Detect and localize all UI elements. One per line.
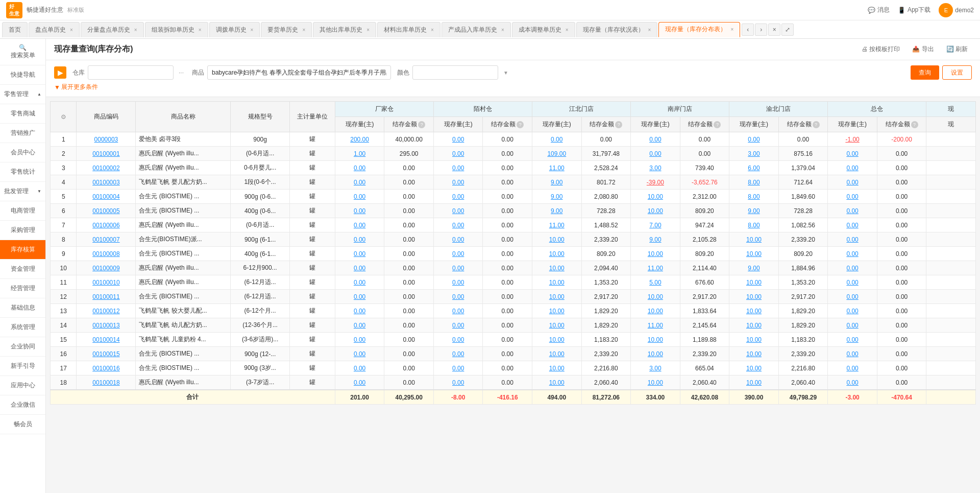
cell-yb-stock[interactable]: 10.00 xyxy=(729,333,779,347)
tab-9[interactable]: 成本调整单历史 × xyxy=(512,22,575,37)
sidebar-item-shortcuts[interactable]: 快捷导航 xyxy=(0,65,45,85)
cell-yb-stock[interactable]: 10.00 xyxy=(729,304,779,318)
cell-total-stock[interactable]: 0.00 xyxy=(828,361,877,375)
tab-next-btn[interactable]: › xyxy=(755,24,767,36)
cell-jb-stock[interactable]: 9.00 xyxy=(532,204,582,218)
cell-total-stock[interactable]: 0.00 xyxy=(828,275,877,290)
tab-1[interactable]: 盘点单历史 × xyxy=(29,22,80,37)
tab-9-close[interactable]: × xyxy=(566,27,569,33)
cell-cj-stock[interactable]: 1.00 xyxy=(335,147,384,161)
sidebar-item-search[interactable]: 🔍 搜索英单 xyxy=(0,39,45,65)
cell-jb-stock[interactable]: 10.00 xyxy=(532,304,582,318)
tab-3-close[interactable]: × xyxy=(199,27,202,33)
refresh-btn[interactable]: 🔄 刷新 xyxy=(942,43,972,56)
cell-code[interactable]: 00100007 xyxy=(77,232,136,247)
tab-6-close[interactable]: × xyxy=(366,27,370,33)
cell-na-stock[interactable]: 5.00 xyxy=(631,275,680,290)
cell-yb-stock[interactable]: 10.00 xyxy=(729,290,779,304)
sidebar-item-retail[interactable]: 零售管理 ▲ xyxy=(0,85,45,104)
settings-icon[interactable]: ⚙ xyxy=(59,112,68,122)
cell-yb-stock[interactable]: 10.00 xyxy=(729,275,779,290)
cell-mc-stock[interactable]: 0.00 xyxy=(433,290,483,304)
tab-maximize-btn[interactable]: ⤢ xyxy=(781,24,794,36)
cell-yb-stock[interactable]: 10.00 xyxy=(729,318,779,333)
cell-mc-stock[interactable]: 0.00 xyxy=(433,361,483,375)
cell-jb-stock[interactable]: 10.00 xyxy=(532,275,582,290)
cell-total-stock[interactable]: 0.00 xyxy=(828,347,877,361)
cell-total-stock[interactable]: 0.00 xyxy=(828,218,877,232)
cell-jb-stock[interactable]: 10.00 xyxy=(532,375,582,390)
warehouse-input[interactable] xyxy=(88,65,174,80)
cell-jb-stock[interactable]: 9.00 xyxy=(532,190,582,204)
sidebar-item-retailstore[interactable]: 零售商城 xyxy=(0,104,45,124)
cell-code[interactable]: 00100016 xyxy=(77,361,136,375)
tab-4-close[interactable]: × xyxy=(251,27,254,33)
tab-7-close[interactable]: × xyxy=(431,27,434,33)
cell-code[interactable]: 0000003 xyxy=(77,132,136,147)
tab-prev-btn[interactable]: ‹ xyxy=(742,24,754,36)
mc-amount-info-icon[interactable]: ? xyxy=(517,121,524,128)
cell-na-stock[interactable]: 0.00 xyxy=(631,132,680,147)
cell-na-stock[interactable]: 0.00 xyxy=(631,147,680,161)
cell-code[interactable]: 00100006 xyxy=(77,218,136,232)
cell-na-stock[interactable]: 3.00 xyxy=(631,161,680,175)
cell-code[interactable]: 00100018 xyxy=(77,375,136,390)
sidebar-item-wechat[interactable]: 企业微信 xyxy=(0,395,45,415)
expand-more-btn[interactable]: ▼ 展开更多条件 xyxy=(54,83,972,91)
cell-yb-stock[interactable]: 9.00 xyxy=(729,204,779,218)
cell-mc-stock[interactable]: 0.00 xyxy=(433,204,483,218)
cell-total-stock[interactable]: 0.00 xyxy=(828,161,877,175)
cell-code[interactable]: 00100011 xyxy=(77,290,136,304)
cell-mc-stock[interactable]: 0.00 xyxy=(433,304,483,318)
cell-yb-stock[interactable]: 10.00 xyxy=(729,361,779,375)
cell-jb-stock[interactable]: 10.00 xyxy=(532,361,582,375)
cell-yb-stock[interactable]: 8.00 xyxy=(729,218,779,232)
cell-total-stock[interactable]: 0.00 xyxy=(828,204,877,218)
cell-mc-stock[interactable]: 0.00 xyxy=(433,232,483,247)
cell-total-stock[interactable]: 0.00 xyxy=(828,318,877,333)
cell-cj-stock[interactable]: 0.00 xyxy=(335,375,384,390)
sidebar-item-enterprise[interactable]: 企业协同 xyxy=(0,337,45,357)
sidebar-item-vip[interactable]: 畅会员 xyxy=(0,415,45,434)
cell-mc-stock[interactable]: 0.00 xyxy=(433,175,483,190)
cell-cj-stock[interactable]: 0.00 xyxy=(335,361,384,375)
color-input[interactable] xyxy=(412,65,498,80)
cell-jb-stock[interactable]: 0.00 xyxy=(532,132,582,147)
cell-na-stock[interactable]: 10.00 xyxy=(631,204,680,218)
jb-amount-info-icon[interactable]: ? xyxy=(615,121,622,128)
cell-jb-stock[interactable]: 9.00 xyxy=(532,175,582,190)
total-amount-info-icon[interactable]: ? xyxy=(911,121,918,128)
cell-mc-stock[interactable]: 0.00 xyxy=(433,333,483,347)
cell-cj-stock[interactable]: 0.00 xyxy=(335,261,384,275)
cell-cj-stock[interactable]: 0.00 xyxy=(335,347,384,361)
cell-code[interactable]: 00100009 xyxy=(77,261,136,275)
cell-yb-stock[interactable]: 10.00 xyxy=(729,232,779,247)
cell-code[interactable]: 00100005 xyxy=(77,204,136,218)
cell-cj-stock[interactable]: 0.00 xyxy=(335,333,384,347)
cell-na-stock[interactable]: 10.00 xyxy=(631,304,680,318)
cell-total-stock[interactable]: 0.00 xyxy=(828,175,877,190)
cell-code[interactable]: 00100012 xyxy=(77,304,136,318)
cell-total-stock[interactable]: 0.00 xyxy=(828,333,877,347)
sidebar-item-system[interactable]: 系统管理 xyxy=(0,318,45,337)
cell-na-stock[interactable]: -39.00 xyxy=(631,175,680,190)
cell-yb-stock[interactable]: 10.00 xyxy=(729,375,779,390)
sidebar-item-retailstats[interactable]: 零售统计 xyxy=(0,162,45,182)
cell-cj-stock[interactable]: 0.00 xyxy=(335,175,384,190)
cell-cj-stock[interactable]: 0.00 xyxy=(335,218,384,232)
cell-mc-stock[interactable]: 0.00 xyxy=(433,190,483,204)
tab-8[interactable]: 产成品入库单历史 × xyxy=(442,22,511,37)
cell-cj-stock[interactable]: 0.00 xyxy=(335,232,384,247)
tab-11[interactable]: 现存量（库存分布表） × xyxy=(658,22,740,37)
tab-4[interactable]: 调拨单历史 × xyxy=(209,22,260,37)
cell-mc-stock[interactable]: 0.00 xyxy=(433,261,483,275)
cell-yb-stock[interactable]: 8.00 xyxy=(729,175,779,190)
cell-na-stock[interactable]: 9.00 xyxy=(631,232,680,247)
th-settings[interactable]: ⚙ xyxy=(51,102,77,132)
cell-na-stock[interactable]: 10.00 xyxy=(631,290,680,304)
cell-code[interactable]: 00100010 xyxy=(77,275,136,290)
cell-mc-stock[interactable]: 0.00 xyxy=(433,147,483,161)
setting-btn[interactable]: 设置 xyxy=(942,65,972,80)
cell-cj-stock[interactable]: 0.00 xyxy=(335,304,384,318)
print-btn[interactable]: 🖨 按模板打印 xyxy=(857,43,904,56)
